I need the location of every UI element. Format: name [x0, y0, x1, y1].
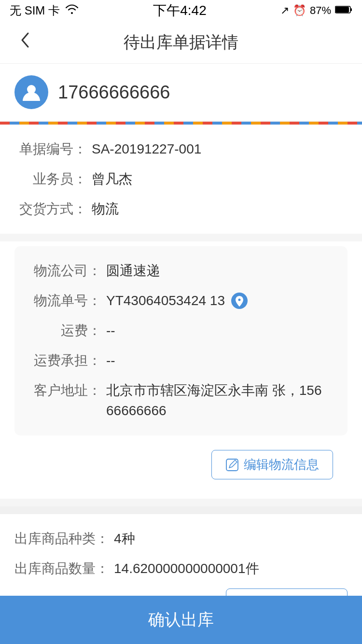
tracking-number-label: 物流单号：	[29, 291, 106, 311]
sales-person-label: 业务员：	[14, 169, 92, 189]
freight-value: --	[106, 321, 333, 341]
freight-bearer-label: 运费承担：	[29, 350, 106, 371]
tracking-number-row: 物流单号： YT43064053424 13	[29, 291, 333, 311]
logistics-company-label: 物流公司：	[29, 261, 106, 281]
battery-icon	[335, 4, 352, 17]
document-number-row: 单据编号： SA-20191227-001	[14, 139, 348, 159]
status-bar: 无 SIM 卡 下午4:42 ↗ ⏰ 87%	[0, 0, 362, 21]
avatar	[14, 75, 48, 109]
goods-type-row: 出库商品种类： 4种	[14, 529, 348, 549]
document-number-label: 单据编号：	[14, 139, 92, 159]
edit-btn-wrap: 编辑物流信息	[14, 445, 348, 484]
logistics-company-value: 圆通速递	[106, 261, 333, 281]
sales-person-value: 曾凡杰	[92, 169, 348, 189]
freight-label: 运费：	[29, 321, 106, 341]
customer-header: 17666666666	[0, 64, 362, 121]
goods-type-value: 4种	[114, 529, 348, 549]
logistics-card: 物流公司： 圆通速递 物流单号： YT43064053424 13 运费：	[14, 246, 348, 435]
document-number-value: SA-20191227-001	[92, 139, 348, 159]
location-indicator: ↗	[280, 4, 289, 17]
delivery-method-value: 物流	[92, 199, 348, 219]
goods-type-label: 出库商品种类：	[14, 529, 114, 549]
confirm-button[interactable]: 确认出库	[0, 596, 362, 644]
carrier-label: 无 SIM 卡	[10, 3, 60, 18]
goods-quantity-row: 出库商品数量： 14.620000000000001件	[14, 559, 348, 579]
delivery-method-label: 交货方式：	[14, 199, 92, 219]
goods-quantity-value: 14.620000000000001件	[114, 559, 348, 579]
wifi-icon	[65, 4, 79, 17]
nav-bar: 待出库单据详情	[0, 21, 362, 64]
delivery-method-row: 交货方式： 物流	[14, 199, 348, 219]
page-title: 待出库单据详情	[124, 31, 238, 54]
status-bar-time: 下午4:42	[153, 1, 207, 20]
edit-logistics-button[interactable]: 编辑物流信息	[211, 450, 333, 479]
back-button[interactable]	[14, 26, 36, 59]
address-row: 客户地址： 北京市市辖区海淀区永丰南 张，156 66666666	[29, 380, 333, 421]
alarm-icon: ⏰	[293, 4, 306, 17]
svg-rect-2	[335, 7, 349, 13]
logistics-section: 物流公司： 圆通速递 物流单号： YT43064053424 13 运费：	[0, 241, 362, 499]
section-divider	[0, 506, 362, 514]
order-info-section: 单据编号： SA-20191227-001 业务员： 曾凡杰 交货方式： 物流	[0, 125, 362, 234]
sales-person-row: 业务员： 曾凡杰	[14, 169, 348, 189]
freight-bearer-value: --	[106, 350, 333, 371]
address-value: 北京市市辖区海淀区永丰南 张，156 66666666	[106, 380, 333, 421]
customer-phone: 17666666666	[58, 82, 170, 103]
tracking-number-value: YT43064053424 13	[106, 291, 333, 311]
battery-label: 87%	[310, 4, 331, 17]
tracking-location-icon[interactable]	[231, 292, 248, 309]
status-bar-right: ↗ ⏰ 87%	[280, 4, 352, 17]
goods-quantity-label: 出库商品数量：	[14, 559, 114, 579]
logistics-company-row: 物流公司： 圆通速递	[29, 261, 333, 281]
freight-row: 运费： --	[29, 321, 333, 341]
status-bar-left: 无 SIM 卡	[10, 3, 79, 18]
svg-rect-1	[350, 8, 352, 11]
address-label: 客户地址：	[29, 380, 106, 401]
freight-bearer-row: 运费承担： --	[29, 350, 333, 371]
